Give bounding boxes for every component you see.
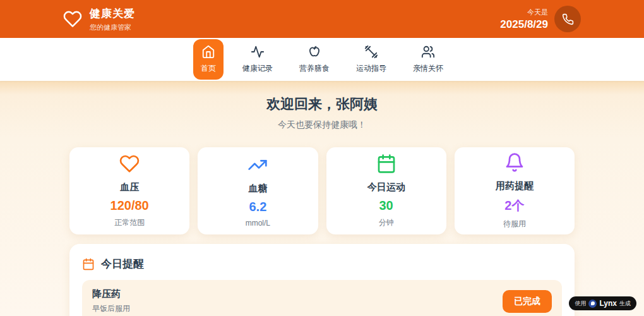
nav-label: 营养膳食	[299, 63, 330, 74]
section-title: 今日提醒	[101, 257, 144, 271]
dumbbell-icon	[364, 45, 378, 59]
pulse-icon	[251, 45, 265, 59]
header-date: 今天是 2025/8/29	[500, 8, 548, 31]
main-nav: 首页 健康记录 营养膳食 运动指导 亲情关怀	[0, 38, 644, 81]
app-window: 健康关爱 您的健康管家 今天是 2025/8/29 首页 健康记录 营养膳食	[0, 0, 644, 316]
calendar-icon	[82, 258, 95, 270]
trend-up-icon	[247, 155, 268, 175]
stat-value: 2个	[504, 197, 524, 214]
nav-item-home[interactable]: 首页	[193, 39, 224, 80]
nav-label: 运动指导	[356, 63, 386, 74]
home-icon	[201, 45, 215, 59]
lynx-logo-icon	[588, 300, 597, 308]
stat-card-medication[interactable]: 用药提醒 2个 待服用	[455, 147, 575, 234]
stat-title: 血压	[120, 181, 139, 193]
nav-item-exercise[interactable]: 运动指导	[349, 40, 394, 79]
app-header: 健康关爱 您的健康管家 今天是 2025/8/29	[0, 0, 644, 38]
stat-title: 今日运动	[367, 181, 405, 193]
app-subtitle: 您的健康管家	[90, 23, 135, 32]
reminders-header: 今日提醒	[82, 257, 562, 271]
lynx-generated-badge[interactable]: 使用 Lynx 生成	[569, 296, 636, 310]
app-brand: 健康关爱 您的健康管家	[63, 6, 135, 32]
stat-unit: mmol/L	[246, 219, 270, 228]
stat-unit: 待服用	[503, 219, 526, 229]
reminder-title: 降压药	[92, 288, 130, 300]
main-content: 欢迎回来，张阿姨 今天也要保持健康哦！ 血压 120/80 正常范围 血糖 6.…	[0, 81, 644, 316]
stat-value: 6.2	[249, 200, 266, 214]
stat-card-exercise[interactable]: 今日运动 30 分钟	[326, 147, 446, 234]
badge-suffix: 生成	[619, 300, 631, 308]
nav-item-health-records[interactable]: 健康记录	[235, 40, 280, 79]
stat-title: 用药提醒	[496, 180, 534, 192]
users-icon	[421, 45, 435, 59]
stat-value: 30	[379, 198, 393, 213]
stat-card-blood-pressure[interactable]: 血压 120/80 正常范围	[69, 147, 189, 234]
apple-icon	[307, 45, 321, 59]
stats-grid: 血压 120/80 正常范围 血糖 6.2 mmol/L 今日运动 30 分钟 …	[69, 147, 575, 234]
date-label: 今天是	[500, 8, 548, 17]
phone-button[interactable]	[554, 6, 581, 32]
badge-prefix: 使用	[575, 300, 586, 308]
reminder-subtitle: 早饭后服用	[92, 303, 130, 314]
welcome-block: 欢迎回来，张阿姨 今天也要保持健康哦！	[266, 95, 378, 131]
reminders-section: 今日提醒 降压药 早饭后服用 已完成	[69, 244, 575, 316]
stat-title: 血糖	[248, 183, 267, 195]
nav-label: 首页	[201, 63, 216, 74]
date-value: 2025/8/29	[500, 18, 548, 31]
badge-brand: Lynx	[599, 299, 617, 308]
app-title: 健康关爱	[90, 6, 135, 21]
nav-label: 健康记录	[242, 63, 273, 74]
bell-icon	[504, 152, 525, 173]
done-button[interactable]: 已完成	[503, 290, 552, 313]
welcome-subtitle: 今天也要保持健康哦！	[266, 119, 378, 131]
reminder-text: 降压药 早饭后服用	[92, 288, 130, 314]
stat-unit: 分钟	[379, 217, 394, 228]
heart-logo-icon	[63, 9, 82, 28]
nav-item-family-care[interactable]: 亲情关怀	[405, 40, 451, 79]
heart-icon	[119, 154, 140, 174]
calendar-icon	[376, 154, 397, 174]
stat-unit: 正常范围	[114, 217, 145, 228]
nav-label: 亲情关怀	[413, 63, 443, 74]
welcome-title: 欢迎回来，张阿姨	[266, 95, 378, 114]
reminder-row: 降压药 早饭后服用 已完成	[82, 280, 562, 316]
nav-item-nutrition[interactable]: 营养膳食	[292, 40, 337, 79]
stat-value: 120/80	[110, 198, 149, 213]
stat-card-blood-sugar[interactable]: 血糖 6.2 mmol/L	[198, 147, 318, 234]
phone-icon	[562, 13, 574, 25]
